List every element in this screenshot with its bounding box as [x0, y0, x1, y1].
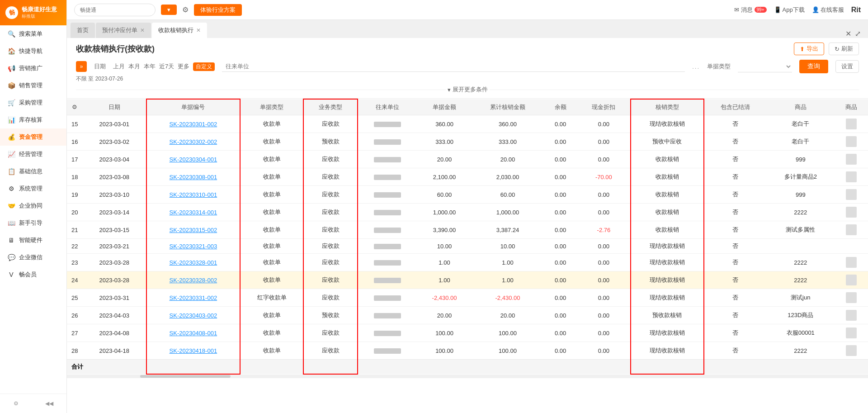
- tab-prepay-close[interactable]: ✕: [140, 27, 145, 33]
- date-custom[interactable]: 自定义: [193, 62, 215, 71]
- footer-partner: [358, 360, 417, 375]
- sidebar-item-marketing[interactable]: 📢 营销推广: [0, 60, 66, 77]
- table-scrollbar[interactable]: [67, 375, 868, 378]
- date-this-month[interactable]: 本月: [128, 62, 140, 71]
- online-service-btn[interactable]: 👤 在线客服: [812, 6, 844, 14]
- query-btn[interactable]: 查询: [799, 60, 828, 73]
- cell-amount: 100.00: [417, 342, 472, 360]
- cell-amount: 100.00: [417, 324, 472, 342]
- sidebar-item-hardware[interactable]: 🖥 智能硬件: [0, 232, 66, 249]
- sidebar-item-inventory[interactable]: 📊 库存核算: [0, 111, 66, 128]
- cell-no: 27: [67, 324, 82, 342]
- sidebar-item-system[interactable]: ⚙ 系统管理: [0, 180, 66, 197]
- cell-bill-type: 收款单: [240, 151, 304, 168]
- date-this-year[interactable]: 本年: [144, 62, 156, 71]
- tab-verify-close[interactable]: ✕: [196, 27, 201, 33]
- user-avatar[interactable]: Rit: [851, 6, 861, 14]
- refresh-btn[interactable]: ↻ 刷新: [829, 43, 859, 55]
- sidebar-item-sales[interactable]: 📦 销售管理: [0, 77, 66, 94]
- cell-date: 2023-04-03: [82, 307, 146, 324]
- gear-column-icon[interactable]: ⚙: [72, 104, 77, 110]
- bill-no-link[interactable]: SK-20230331-002: [170, 294, 217, 301]
- sidebar-item-member[interactable]: V 畅会员: [0, 266, 66, 283]
- footer-biz-type: [303, 360, 358, 375]
- bill-no-link[interactable]: SK-20230321-003: [170, 243, 217, 250]
- bill-no-link[interactable]: SK-20230308-001: [170, 174, 217, 180]
- cell-biz-type: 应收款: [303, 204, 358, 221]
- search-input[interactable]: [74, 4, 156, 16]
- cell-goods1: 2222: [767, 254, 834, 271]
- cell-verify-type: 现结收款核销: [631, 289, 704, 307]
- cell-included: 否: [704, 204, 767, 221]
- topbar-chevron-btn[interactable]: ▾: [161, 5, 177, 15]
- sidebar-item-wechat[interactable]: 💬 企业微信: [0, 249, 66, 266]
- message-badge: 99+: [755, 7, 767, 13]
- bill-no-link[interactable]: SK-20230304-001: [170, 156, 217, 163]
- bill-no-link[interactable]: SK-20230408-001: [170, 330, 217, 337]
- sidebar-item-operation[interactable]: 📈 经营管理: [0, 146, 66, 163]
- col-accum: 累计核销金额: [472, 99, 544, 115]
- sidebar: 畅 畅康道好生意 标推版 🔍 搜索菜单 🏠 快捷导航 📢 营销推广 📦 销售管理…: [0, 0, 67, 413]
- cell-bill-type: 红字收款单: [240, 289, 304, 307]
- sidebar-collapse-btn[interactable]: ◀◀: [40, 398, 59, 409]
- setting-btn[interactable]: 设置: [835, 60, 859, 73]
- col-verify-type: 核销类型: [631, 99, 704, 115]
- sidebar-item-purchase[interactable]: 🛒 采购管理: [0, 94, 66, 111]
- tab-home[interactable]: 首页: [71, 23, 95, 38]
- filter-expand-btn[interactable]: »: [76, 61, 87, 72]
- scrollbar-thumb[interactable]: [140, 375, 231, 378]
- col-gear[interactable]: ⚙: [67, 99, 82, 115]
- cell-goods2: [834, 221, 868, 239]
- table-row: 27 2023-04-08 SK-20230408-001 收款单 应收款 10…: [67, 324, 868, 342]
- bill-no-link[interactable]: SK-20230302-002: [170, 138, 217, 145]
- bill-no-link[interactable]: SK-20230314-001: [170, 209, 217, 216]
- tab-expand-btn[interactable]: ⤢: [855, 29, 861, 38]
- bill-no-link[interactable]: SK-20230328-002: [170, 277, 217, 284]
- gear-icon[interactable]: ⚙: [182, 5, 189, 14]
- table-row: 15 2023-03-01 SK-20230301-002 收款单 应收款 36…: [67, 115, 868, 133]
- app-download-btn[interactable]: 📱 App下载: [774, 6, 805, 14]
- sidebar-item-enterprise[interactable]: 🤝 企业协同: [0, 197, 66, 214]
- cell-bill-type: 收款单: [240, 342, 304, 360]
- industry-solution-btn[interactable]: 体验行业方案: [194, 4, 242, 16]
- bill-no-link[interactable]: SK-20230403-002: [170, 312, 217, 319]
- bill-no-link[interactable]: SK-20230315-002: [170, 227, 217, 233]
- message-btn[interactable]: ✉ 消息 99+: [734, 6, 767, 14]
- tab-verify[interactable]: 收款核销执行 ✕: [152, 23, 207, 38]
- sidebar-item-quicknav[interactable]: 🏠 快捷导航: [0, 43, 66, 60]
- cell-biz-type: 应收款: [303, 289, 358, 307]
- cell-balance: 0.00: [543, 324, 577, 342]
- cell-accum: 100.00: [472, 324, 544, 342]
- date-last-month[interactable]: 上月: [113, 62, 125, 71]
- bill-no-link[interactable]: SK-20230418-001: [170, 347, 217, 354]
- bill-no-link[interactable]: SK-20230310-001: [170, 191, 217, 198]
- sidebar-item-basic[interactable]: 📋 基础信息: [0, 163, 66, 180]
- cell-discount: -70.00: [577, 168, 631, 186]
- cell-biz-type: 应收款: [303, 151, 358, 168]
- tab-prepay[interactable]: 预付冲应付单 ✕: [96, 23, 151, 38]
- cell-balance: 0.00: [543, 342, 577, 360]
- cell-date: 2023-03-15: [82, 221, 146, 239]
- partner-input[interactable]: [222, 61, 685, 72]
- cell-included: 否: [704, 324, 767, 342]
- cell-verify-type: 收款核销: [631, 221, 704, 239]
- cell-included: 否: [704, 133, 767, 151]
- expand-more-conditions[interactable]: ▾ 展开更多条件: [76, 85, 859, 94]
- cell-no: 25: [67, 289, 82, 307]
- cell-bill-no: SK-20230408-001: [146, 324, 240, 342]
- sidebar-item-guide[interactable]: 📖 新手引导: [0, 214, 66, 232]
- sidebar-settings-btn[interactable]: ⚙: [8, 398, 24, 409]
- sidebar-item-finance[interactable]: 💰 资金管理: [0, 128, 66, 146]
- bill-no-link[interactable]: SK-20230328-001: [170, 259, 217, 266]
- tab-close-all-btn[interactable]: ✕: [845, 29, 851, 38]
- bill-no-link[interactable]: SK-20230301-002: [170, 121, 217, 128]
- date-7days[interactable]: 近7天: [159, 62, 174, 71]
- doc-type-select[interactable]: [738, 61, 792, 72]
- cell-discount: 0.00: [577, 133, 631, 151]
- export-btn[interactable]: ⬆ 导出: [794, 43, 824, 55]
- sidebar-item-search[interactable]: 🔍 搜索菜单: [0, 25, 66, 43]
- page-header-actions: ⬆ 导出 ↻ 刷新: [794, 43, 859, 55]
- date-more[interactable]: 更多: [178, 62, 189, 71]
- cell-verify-type: 收款核销: [631, 151, 704, 168]
- page: 收款核销执行(按收款) ⬆ 导出 ↻ 刷新 » 日期 上月 本月: [67, 38, 868, 413]
